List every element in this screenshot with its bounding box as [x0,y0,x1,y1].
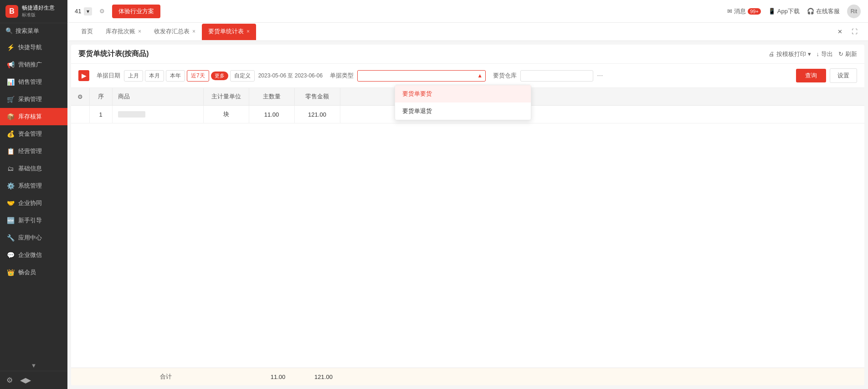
export-label: 导出 [821,50,833,58]
filter-date-this-month[interactable]: 本月 [145,70,164,82]
finance-icon: 💰 [6,130,15,138]
guide-icon: 🆕 [6,216,15,225]
chevron-down-icon: ▾ [808,51,811,57]
online-service-btn[interactable]: 🎧 在线客服 [807,7,840,15]
purchase-icon: 🛒 [6,95,15,103]
message-label: 消息 [734,7,746,15]
th-amount: 零售金额 [294,88,340,106]
sidebar-item-label: 经营管理 [18,147,42,155]
tab-expand-btn[interactable]: ⛶ [848,26,861,38]
query-btn[interactable]: 查询 [796,69,826,82]
sidebar: B 畅捷通好生意 标准版 🔍 搜索菜单 ⚡ 快捷导航 📢 营销推广 📊 销售管理… [0,0,67,389]
main-wrapper: 41 ▾ ⚙ 体验行业方案 ✉ 消息 99+ 📱 App下载 🎧 在线客服 Ri… [67,0,868,389]
sidebar-item-marketing[interactable]: 📢 营销推广 [0,56,67,73]
tab-order-summary[interactable]: 要货单统计表 × [202,24,256,40]
filter-date-this-year[interactable]: 本年 [166,70,185,82]
tab-order-summary-label: 要货单统计表 [208,27,244,36]
refresh-icon: ↻ [838,51,843,57]
page-header-actions: 🖨 按模板打印 ▾ ↓ 导出 ↻ 刷新 [769,50,858,58]
tab-inventory-batch-close[interactable]: × [138,28,141,35]
export-icon: ↓ [817,51,820,57]
message-icon: ✉ [727,8,732,15]
sidebar-item-enterprise[interactable]: 🤝 企业协同 [0,194,67,212]
logo-icon: B [5,5,18,18]
app-download-btn[interactable]: 📱 App下载 [768,7,800,15]
export-btn[interactable]: ↓ 导出 [817,50,833,58]
sidebar-item-member[interactable]: 👑 畅会员 [0,264,67,281]
app-logo: B 畅捷通好生意 标准版 [0,0,67,23]
sidebar-item-label: 畅会员 [18,268,36,276]
operation-icon: 📋 [6,147,15,155]
filter-collapse-btn[interactable]: ▶ [78,70,89,81]
sidebar-item-sales[interactable]: 📊 销售管理 [0,73,67,91]
sidebar-item-inventory[interactable]: 📦 库存核算 [0,108,67,125]
tab-home-label: 首页 [81,27,93,36]
sidebar-item-purchase[interactable]: 🛒 采购管理 [0,91,67,108]
member-icon: 👑 [6,268,15,276]
search-menu[interactable]: 🔍 搜索菜单 [0,23,67,39]
tab-home[interactable]: 首页 [75,24,99,40]
sidebar-item-wechat[interactable]: 💬 企业微信 [0,246,67,264]
page-title: 要货单统计表(按商品) [78,49,149,59]
td-amount: 121.00 [294,106,340,123]
settings-icon-header[interactable]: ⚙ [99,8,105,15]
inventory-icon: 📦 [6,113,15,121]
footer-amount: 121.00 [301,374,346,380]
sidebar-item-system[interactable]: ⚙️ 系统管理 [0,177,67,194]
filter-warehouse-label: 要货仓库 [493,72,517,80]
collapse-icon[interactable]: ◀▶ [20,376,31,384]
industry-btn[interactable]: 体验行业方案 [112,5,160,18]
dropdown-item-order-return[interactable]: 要货单退货 [395,102,531,120]
sidebar-item-label: 采购管理 [18,95,42,103]
sidebar-item-apps[interactable]: 🔧 应用中心 [0,229,67,246]
settings-icon[interactable]: ⚙ [6,376,13,384]
filter-warehouse-group: 要货仓库 ··· [493,70,603,82]
user-avatar[interactable]: Rit [847,5,861,18]
sidebar-item-quick-nav[interactable]: ⚡ 快捷导航 [0,39,67,56]
tab-inventory-batch[interactable]: 库存批次账 × [99,24,148,40]
filter-more-btn[interactable]: 更多 [211,72,228,80]
sidebar-nav: ⚡ 快捷导航 📢 营销推广 📊 销售管理 🛒 采购管理 📦 库存核算 💰 资金管… [0,39,67,360]
filter-bar: ▶ 单据日期 上月 本月 本年 近7天 更多 自定义 2023-05-06 至 … [71,64,864,88]
print-template-label: 按模板打印 [776,50,806,58]
filter-type-label: 单据类型 [330,72,354,80]
settings-btn[interactable]: 设置 [830,68,857,83]
page-content: 要货单统计表(按商品) 🖨 按模板打印 ▾ ↓ 导出 ↻ 刷新 [67,41,868,389]
dropdown-item-order-goods[interactable]: 要货单要货 [395,85,531,102]
refresh-label: 刷新 [845,50,857,58]
search-icon: 🔍 [5,27,13,34]
store-selector[interactable]: 41 ▾ [75,7,92,15]
message-btn[interactable]: ✉ 消息 99+ [727,7,761,15]
tab-recv-summary-close[interactable]: × [192,28,195,35]
filter-date-last-7days[interactable]: 近7天 [187,70,209,82]
sidebar-item-guide[interactable]: 🆕 新手引导 [0,212,67,229]
th-settings[interactable]: ⚙ [71,88,89,106]
sidebar-scroll-down[interactable]: ▼ [0,360,67,371]
filter-custom-btn[interactable]: 自定义 [230,70,255,82]
filter-date-last-month[interactable]: 上月 [124,70,143,82]
tab-close-all-btn[interactable]: ✕ [833,26,846,38]
tab-order-summary-close[interactable]: × [247,28,250,35]
sidebar-item-operation[interactable]: 📋 经营管理 [0,143,67,160]
refresh-btn[interactable]: ↻ 刷新 [838,50,857,58]
sidebar-item-basic[interactable]: 🗂 基础信息 [0,160,67,177]
th-product: 商品 [112,88,203,106]
td-qty: 11.00 [249,106,294,123]
th-qty: 主数量 [249,88,294,106]
store-badge: ▾ [84,7,92,15]
tab-recv-summary[interactable]: 收发存汇总表 × [148,24,202,40]
filter-type-arrow[interactable]: ▲ [477,72,483,79]
sidebar-item-finance[interactable]: 💰 资金管理 [0,125,67,143]
filter-type-input-wrap: ▲ [357,70,486,82]
filter-type-input[interactable] [358,71,485,81]
sidebar-item-label: 快捷导航 [18,43,42,51]
headset-icon: 🎧 [807,8,814,15]
tabs-end-btns: ✕ ⛶ [833,26,861,38]
filter-more-icon[interactable]: ··· [597,72,603,80]
app-sub: 标准版 [22,12,55,18]
filter-date-btns: 上月 本月 本年 近7天 更多 自定义 [124,70,255,82]
print-template-btn[interactable]: 🖨 按模板打印 ▾ [769,50,811,58]
filter-warehouse-input[interactable] [520,70,593,82]
phone-icon: 📱 [768,8,776,15]
app-name: 畅捷通好生意 [22,5,55,12]
